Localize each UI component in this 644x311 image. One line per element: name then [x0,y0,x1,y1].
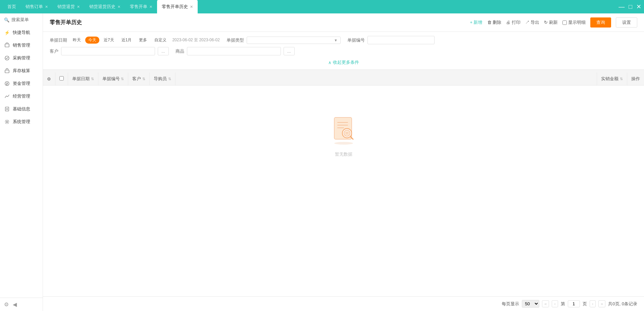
tab-sales-return-history[interactable]: 销货退货历史 ✕ [85,0,125,13]
goods-select-btn[interactable]: ... [284,47,295,55]
date-today-btn[interactable]: 今天 [85,37,99,44]
sort-customer-icon: ⇅ [142,77,145,81]
customer-filter-label: 客户 [50,48,58,54]
pagination-bar: 每页显示 50 10 20 100 « ‹ 第 页 › » 共0页, 0条记录 [43,296,644,311]
goods-input[interactable] [187,47,281,55]
number-input[interactable] [367,36,435,44]
svg-point-8 [6,121,8,123]
show-detail-checkbox[interactable] [562,20,567,25]
customer-select-btn[interactable]: ... [158,47,169,55]
prev-page-button[interactable]: ‹ [552,300,558,307]
date-1month-btn[interactable]: 近1月 [118,36,135,44]
page-header: 零售开单历史 + 新增 🗑 删除 🖨 打印 ↗ 导出 ↻ 刷新 显示明细 查询 … [43,13,644,32]
table-settings-icon[interactable]: ⚙ [47,76,51,82]
next-page-button[interactable]: › [590,300,596,307]
sidebar-item-inventory[interactable]: 库存核算 [0,64,43,77]
basic-info-icon [4,106,10,112]
close-icon[interactable]: ✕ [77,5,80,9]
main-layout: 🔍 搜索菜单 ⚡ 快捷导航 销售管理 采购管理 [0,13,644,311]
show-detail-toggle[interactable]: 显示明细 [562,19,586,25]
system-icon [4,119,10,125]
settings-icon[interactable]: ⚙ [4,301,9,308]
page-size-select[interactable]: 50 10 20 100 [522,300,539,308]
collapse-button[interactable]: ∧ 收起更多条件 [328,59,359,65]
date-yesterday-btn[interactable]: 昨天 [70,36,84,44]
empty-area: 暂无数据 [43,86,644,177]
last-page-button[interactable]: » [598,300,605,307]
type-select[interactable]: ▼ [247,37,341,44]
delete-button[interactable]: 🗑 删除 [487,19,502,25]
collapse-row: ∧ 收起更多条件 [50,58,637,67]
window-min-icon[interactable]: — [618,3,625,10]
th-date[interactable]: 单据日期 ⇅ [68,72,98,86]
filter-area: 单据日期 昨天 今天 近7天 近1月 更多 自定义 2023-06-02 至 2… [43,32,644,70]
window-close-icon[interactable]: ✕ [636,3,641,10]
th-spacer [175,72,597,86]
close-icon[interactable]: ✕ [190,5,193,9]
close-icon[interactable]: ✕ [149,5,152,9]
tab-retail-order[interactable]: 零售开单 ✕ [125,0,157,13]
quick-nav-icon: ⚡ [4,30,10,36]
total-info: 共0页, 0条记录 [608,301,637,307]
number-filter-group: 单据编号 [347,36,435,44]
customer-filter-group: 客户 ... [50,47,169,55]
data-table: ⚙ 单据日期 ⇅ 单据编号 ⇅ [43,72,644,177]
sidebar-item-finance[interactable]: 资金管理 [0,77,43,90]
sidebar-search[interactable]: 🔍 搜索菜单 [0,13,43,26]
page-prefix: 第 [561,301,565,307]
sidebar-item-sales[interactable]: 销售管理 [0,39,43,52]
add-button[interactable]: + 新增 [470,19,482,25]
date-range-display: 2023-06-02 至 2023-06-02 [172,37,219,43]
customer-input[interactable] [61,47,155,55]
date-more-btn[interactable]: 更多 [136,36,150,44]
th-guide[interactable]: 导购员 ⇅ [149,72,175,86]
settings-button[interactable]: 设置 [616,17,637,28]
window-controls: — □ ✕ [618,3,641,10]
collapse-sidebar-icon[interactable]: ◀ [13,301,17,308]
sort-number-icon: ⇅ [121,77,124,81]
table-header-row: ⚙ 单据日期 ⇅ 单据编号 ⇅ [43,72,644,86]
th-guide-label: 导购员 [154,76,167,81]
th-amount[interactable]: 实销金额 ⇅ [597,72,627,86]
sidebar-item-business[interactable]: 经营管理 [0,90,43,103]
type-dropdown-arrow-icon: ▼ [334,38,338,42]
th-settings[interactable]: ⚙ [43,72,55,86]
tab-retail-order-history[interactable]: 零售开单历史 ✕ [157,0,198,13]
th-action: 操作 [627,72,644,86]
page-number-input[interactable] [568,300,580,307]
tab-sales-order[interactable]: 销售订单 ✕ [21,0,53,13]
export-button[interactable]: ↗ 导出 [525,19,540,25]
page-title: 零售开单历史 [50,19,82,26]
window-max-icon[interactable]: □ [629,3,632,10]
sort-guide-icon: ⇅ [168,77,171,81]
sales-icon [4,42,10,48]
th-amount-label: 实销金额 [601,76,618,81]
th-date-label: 单据日期 [72,76,90,81]
refresh-button[interactable]: ↻ 刷新 [544,19,558,25]
sidebar-item-system[interactable]: 系统管理 [0,115,43,128]
filter-row-2: 客户 ... 商品 ... [50,47,637,55]
business-icon [4,93,10,99]
date-7days-btn[interactable]: 近7天 [101,36,117,44]
sidebar-item-purchase[interactable]: 采购管理 [0,52,43,64]
sidebar-item-basic-info[interactable]: 基础信息 [0,103,43,115]
close-icon[interactable]: ✕ [117,5,120,9]
sidebar-bottom: ⚙ ◀ [0,298,43,311]
query-button[interactable]: 查询 [590,17,611,28]
print-button[interactable]: 🖨 打印 [506,19,521,25]
close-icon[interactable]: ✕ [45,5,48,9]
th-number-label: 单据编号 [102,76,120,81]
select-all-checkbox[interactable] [59,76,64,81]
th-number[interactable]: 单据编号 ⇅ [98,72,128,86]
type-filter-group: 单据类型 ▼ [227,37,341,44]
empty-icon [327,112,360,146]
tab-sales-return[interactable]: 销货退货 ✕ [53,0,85,13]
search-icon: 🔍 [4,17,9,22]
sidebar-item-quick-nav[interactable]: ⚡ 快捷导航 [0,26,43,39]
empty-row: 暂无数据 [43,86,644,178]
th-checkbox[interactable] [55,72,68,86]
tab-home[interactable]: 首页 [3,0,21,13]
date-custom-btn[interactable]: 自定义 [151,36,169,44]
first-page-button[interactable]: « [542,300,549,307]
th-customer[interactable]: 客户 ⇅ [128,72,150,86]
